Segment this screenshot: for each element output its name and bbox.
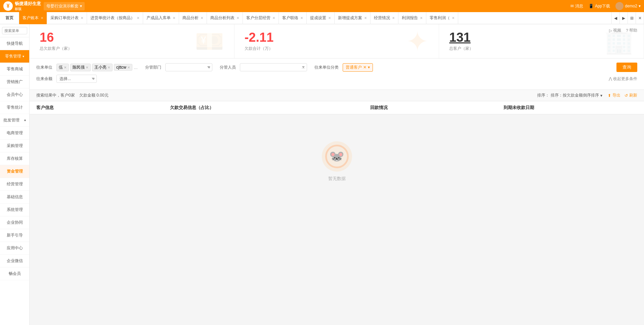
sidebar-item-ecommerce[interactable]: 电商管理 [0,127,29,140]
empty-state: 🐭 暂无数据 [30,114,644,209]
sidebar-item-enterprise[interactable]: 企业协同 [0,216,29,229]
empty-icon-wrapper: 🐭 [322,141,352,172]
balance-label: 往来余额 [36,76,52,82]
close-tab-goods-analysis-list[interactable]: ✕ [237,16,239,20]
close-tab-new-achievement[interactable]: ✕ [364,16,367,20]
unit-label: 往来单位 [36,65,52,70]
sidebar-item-finance[interactable]: 资金管理 [0,165,29,178]
close-tab-purchase-stat[interactable]: ✕ [137,16,139,20]
close-tab-operation-status[interactable]: ✕ [392,16,395,20]
refresh-btn[interactable]: ↺ 刷新 [625,93,637,98]
sidebar-item-retail-stats[interactable]: 零售统计 [0,101,29,114]
category-tag: 普通客户 ✕ ▾ [343,63,373,72]
col-due-date: 到期未收款日期 [504,105,637,111]
sidebar-item-retail-manage[interactable]: 零售管理 ▾ [0,50,29,63]
sidebar-item-operation[interactable]: 经营管理 [0,178,29,191]
sidebar-item-vip[interactable]: 畅会员 [0,267,29,280]
sidebar-item-app-center[interactable]: 应用中心 [0,242,29,255]
tab-operation-status[interactable]: 经营情况 ✕ [371,12,398,24]
balance-selector: 选择... ▾ [56,75,97,83]
stat-total-debt: ✦ -2.11 欠款合计（万） [234,24,439,58]
tab-close-all-btn[interactable]: ✕ [636,12,644,24]
tab-nav-arrows: ◀ ▶ ⊞ ✕ [611,12,644,24]
sidebar-item-inventory[interactable]: 库存核算 [0,152,29,165]
tab-profit-report[interactable]: 利润报告 ✕ [398,12,426,24]
stat-total-customers: 💴 16 总欠款客户（家） [30,24,234,58]
app-download-btn[interactable]: 📱 App下载 [589,3,610,9]
unit-tag-cjttcw: cjttcw ✕ [114,64,132,71]
person-select[interactable] [240,63,307,71]
page-actions: ▷ 视频 ? 帮助 [609,28,637,33]
tab-purchase-order[interactable]: 采购订单统计表 ✕ [47,12,87,24]
del-unit-tag-wang[interactable]: ✕ [108,66,110,69]
help-btn[interactable]: ? 帮助 [626,28,637,33]
tab-new-achievement[interactable]: 新增提成方案 ✕ [335,12,371,24]
tab-customer-book[interactable]: 客户账本 ✕ [19,12,47,24]
dept-label: 分管部门 [145,65,161,70]
tab-customer-contact[interactable]: 客户联络 ✕ [279,12,307,24]
col-customer-info: 客户信息 [36,105,170,111]
tab-retail-profit[interactable]: 零售利润（ ✕ [426,12,458,24]
close-tab-promotion-settings[interactable]: ✕ [328,16,331,20]
tab-goods-analysis-list[interactable]: 商品分析列表 ✕ [207,12,243,24]
tab-product-entry[interactable]: 产成品入库单 ✕ [143,12,179,24]
sidebar-item-basic-info[interactable]: 基础信息 [0,191,29,204]
sidebar-item-member-center[interactable]: 会员中心 [0,88,29,101]
sidebar-item-retail-mall[interactable]: 零售商城 [0,63,29,76]
account-selector[interactable]: 母婴行业演示帐套 ▾ [44,2,85,10]
tab-next-btn[interactable]: ▶ [620,12,628,24]
debt-amount-text: 欠款金额 0.00元 [79,93,109,98]
del-unit-tag-wu[interactable]: ✕ [64,66,67,69]
sidebar-item-quick-nav[interactable]: 快捷导航 [0,37,29,50]
message-btn[interactable]: ✉ 消息 [570,3,583,9]
close-tab-customer-contact[interactable]: ✕ [300,16,303,20]
total-all-label: 总客户（家） [449,46,473,51]
close-tab-profit-report[interactable]: ✕ [420,16,423,20]
total-debt-label: 欠款合计（万） [245,46,273,51]
tab-customer-segment[interactable]: 客户分层经营 ✕ [243,12,279,24]
logo-subtext: 标版 [15,7,41,11]
close-tab-product-entry[interactable]: ✕ [173,16,175,20]
main-layout: 快捷导航 零售管理 ▾ 零售商城 营销推广 会员中心 零售统计 批发管理 ▾ 电… [0,24,644,325]
col-debt-info: 欠款交易信息（占比） [170,105,370,111]
close-tab-customer-book[interactable]: ✕ [41,16,43,20]
sidebar-item-system[interactable]: 系统管理 [0,204,29,216]
video-btn[interactable]: ▷ 视频 [609,28,621,33]
filter-more-dots[interactable]: ... [134,65,138,70]
close-tab-customer-segment[interactable]: ✕ [272,16,275,20]
tab-expand-btn[interactable]: ⊞ [628,12,636,24]
export-btn[interactable]: ⬆ 导出 [608,93,620,98]
collapse-btn[interactable]: ⋀ 收起更多条件 [609,76,637,82]
logo-icon: ¥ [3,1,13,11]
del-unit-tag-chen[interactable]: ✕ [86,66,88,69]
dept-select[interactable] [165,63,212,71]
sidebar-item-guide[interactable]: 新手引导 [0,229,29,242]
person-label: 分管人员 [220,65,236,70]
query-btn[interactable]: 查询 [616,63,637,72]
del-unit-tag-cjttcw[interactable]: ✕ [127,66,130,69]
sidebar-item-purchase-manage[interactable]: 采购管理 [0,140,29,152]
sidebar-search-input[interactable] [2,27,27,34]
tab-purchase-stat[interactable]: 进货单统计表（按商品） ✕ [87,12,143,24]
close-tab-goods-analysis[interactable]: ✕ [201,16,203,20]
filter-row-2: 往来余额 选择... ▾ ⋀ 收起更多条件 [36,75,637,83]
user-avatar[interactable]: demo2 ▾ [615,2,641,10]
close-tab-retail-profit[interactable]: ✕ [452,16,455,20]
table-header: 客户信息 欠款交易信息（占比） 回款情况 到期未收款日期 [30,101,644,114]
sidebar-item-marketing[interactable]: 营销推广 [0,76,29,88]
sidebar-item-wechat[interactable]: 企业微信 [0,255,29,267]
empty-text: 暂无数据 [328,176,346,182]
results-bar: 搜索结果中，客户0家 欠款金额 0.00元 排序： 排序：按欠款金额倒序排序 ▾… [30,90,644,101]
sidebar-item-wholesale-manage[interactable]: 批发管理 ▾ [0,114,29,127]
del-category-tag[interactable]: ✕ [363,65,367,70]
close-tab-purchase-order[interactable]: ✕ [81,16,83,20]
tab-goods-analysis[interactable]: 商品分析 ✕ [179,12,207,24]
tab-promotion-settings[interactable]: 提成设置 ✕ [307,12,335,24]
total-customers-value: 16 [40,31,54,44]
sidebar-search-row [0,24,29,37]
balance-select[interactable]: 选择... [56,75,97,83]
sort-btn[interactable]: 排序： 排序：按欠款金额倒序排序 ▾ [537,93,602,98]
top-bar-right: ✉ 消息 📱 App下载 demo2 ▾ [570,2,641,10]
tab-prev-btn[interactable]: ◀ [612,12,620,24]
tab-home[interactable]: 首页 [0,12,19,24]
